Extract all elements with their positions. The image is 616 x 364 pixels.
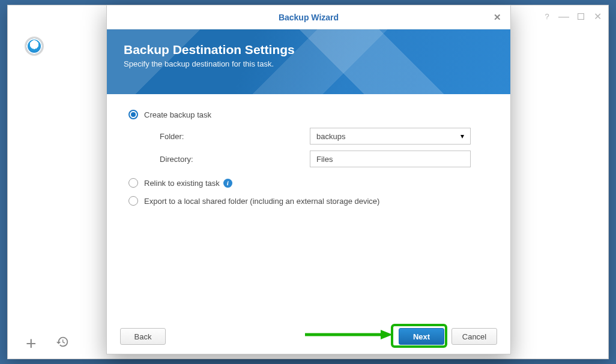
option-create-backup[interactable]: Create backup task bbox=[128, 110, 489, 119]
backup-wizard-dialog: Backup Wizard ✕ Backup Destination Setti… bbox=[106, 5, 511, 354]
back-button[interactable]: Back bbox=[120, 328, 166, 345]
chevron-down-icon: ▾ bbox=[460, 132, 464, 140]
svg-rect-0 bbox=[578, 13, 584, 19]
maximize-icon[interactable] bbox=[573, 9, 588, 23]
bottom-toolbar: + bbox=[14, 333, 110, 354]
app-logo-icon bbox=[25, 37, 44, 56]
directory-label: Directory: bbox=[160, 155, 310, 164]
cancel-button[interactable]: Cancel bbox=[451, 328, 497, 345]
wizard-title: Backup Wizard bbox=[279, 13, 339, 22]
radio-icon[interactable] bbox=[128, 178, 138, 188]
option-label: Relink to existing task bbox=[144, 179, 220, 188]
folder-value: backups bbox=[316, 132, 345, 141]
option-relink[interactable]: Relink to existing task i bbox=[128, 178, 489, 188]
wizard-titlebar: Backup Wizard ✕ bbox=[107, 5, 510, 29]
page-title: Backup Destination Settings bbox=[124, 43, 494, 57]
directory-field-row: Directory: Files bbox=[160, 151, 489, 167]
radio-icon[interactable] bbox=[128, 110, 138, 119]
close-icon[interactable]: ✕ bbox=[490, 10, 504, 25]
help-icon[interactable]: ? bbox=[540, 9, 554, 23]
option-label: Create backup task bbox=[144, 110, 211, 119]
wizard-content: Create backup task Folder: backups ▾ Dir… bbox=[107, 94, 510, 206]
wizard-footer: Back Next Cancel bbox=[107, 319, 510, 354]
minimize-icon[interactable]: — bbox=[557, 9, 571, 23]
create-fields: Folder: backups ▾ Directory: Files bbox=[128, 128, 489, 167]
folder-field-row: Folder: backups ▾ bbox=[160, 128, 489, 145]
next-button[interactable]: Next bbox=[399, 328, 444, 345]
directory-value: Files bbox=[316, 155, 333, 164]
radio-icon[interactable] bbox=[128, 196, 138, 206]
info-icon[interactable]: i bbox=[223, 179, 232, 188]
wizard-header: Backup Destination Settings Specify the … bbox=[107, 29, 510, 94]
page-subtitle: Specify the backup destination for this … bbox=[124, 59, 494, 68]
close-icon[interactable]: ✕ bbox=[590, 9, 605, 23]
add-icon[interactable]: + bbox=[26, 333, 37, 354]
folder-label: Folder: bbox=[160, 132, 310, 141]
folder-select[interactable]: backups ▾ bbox=[310, 128, 471, 145]
directory-input[interactable]: Files bbox=[310, 151, 471, 167]
restore-icon[interactable] bbox=[56, 335, 69, 352]
option-export[interactable]: Export to a local shared folder (includi… bbox=[128, 196, 489, 206]
option-label: Export to a local shared folder (includi… bbox=[144, 197, 379, 206]
